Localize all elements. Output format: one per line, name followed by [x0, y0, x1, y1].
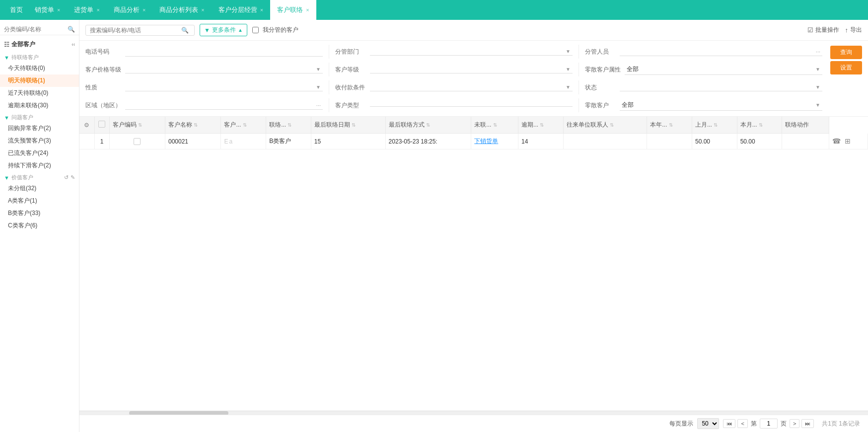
select-all-checkbox[interactable] [98, 121, 105, 128]
col-not-contacted-header[interactable]: 未联... ⇅ [471, 117, 518, 134]
export-btn[interactable]: ↑ 导出 [845, 26, 863, 34]
close-icon-customer-tier[interactable]: × [260, 7, 263, 13]
chevron-down-level: ▼ [566, 67, 571, 72]
nav-item-sales[interactable]: 销货单 × [28, 0, 67, 20]
triangle-icon-problem: ▼ [4, 115, 9, 121]
scrollbar-bottom[interactable] [79, 411, 868, 415]
sort-icon-method: ⇅ [426, 122, 430, 128]
col-overdue-header[interactable]: 逾期... ⇅ [518, 117, 564, 134]
col-last-month-header[interactable]: 上月... ⇅ [692, 117, 737, 134]
more-conditions-btn[interactable]: ▼ 更多条件 ▲ [200, 24, 247, 36]
sidebar-item-overdue[interactable]: 逾期未联络(30) [0, 99, 79, 112]
sidebar-all-customers[interactable]: ☷ 全部客户 ‹‹ [0, 37, 79, 52]
manager-input[interactable]: ··· [620, 48, 822, 56]
col-last-date-header[interactable]: 最后联络日期 ⇅ [311, 117, 385, 134]
area-input[interactable]: ··· [125, 101, 323, 110]
collapse-icon: ‹‹ [72, 42, 75, 47]
close-icon-sales[interactable]: × [57, 7, 60, 13]
close-icon-analysis[interactable]: × [143, 7, 145, 13]
col-code-header[interactable]: 客户编码 ⇅ [109, 117, 165, 134]
sidebar-item-churned[interactable]: 已流失客户(24) [0, 147, 79, 159]
search-bar: 🔍 ▼ 更多条件 ▲ 我分管的客户 ☑ 批量操作 ↑ 导出 [79, 20, 868, 41]
last-page-btn[interactable]: ⏭ [801, 419, 814, 428]
close-icon-customer-contact[interactable]: × [306, 7, 309, 13]
close-icon-purchase[interactable]: × [96, 7, 99, 13]
first-page-btn[interactable]: ⏮ [723, 419, 735, 428]
sidebar-item-a-class[interactable]: A类客户(1) [0, 195, 79, 207]
refresh-icon-value[interactable]: ↺ [64, 174, 69, 181]
row-last-month: 50.00 [737, 134, 782, 149]
sidebar-section-problem: ▼ 问题客户 [0, 112, 79, 122]
customer-type-select[interactable] [370, 104, 573, 107]
col-last-method-header[interactable]: 最后联络方式 ⇅ [385, 117, 471, 134]
row-actions: ☎ ⊞ [829, 134, 868, 149]
col-this-month-header[interactable]: 本月... ⇅ [737, 117, 782, 134]
row-code: 000021 [165, 134, 220, 149]
col-contact-person-header[interactable]: 往来单位联系人 ⇅ [563, 117, 647, 134]
row-checkbox[interactable] [134, 138, 141, 145]
chevron-down-retail: ▼ [815, 102, 820, 108]
nav-item-analysis-list[interactable]: 商品分析列表 × [152, 0, 211, 20]
row-check[interactable] [109, 134, 165, 149]
table-row: 1 000021 Ea B类客户 [79, 134, 868, 149]
col-name-header[interactable]: 客户名称 ⇅ [165, 117, 220, 134]
chevron-up-icon: ▲ [238, 27, 243, 33]
sort-icon-code: ⇅ [138, 122, 142, 128]
payment-label: 收付款条件 [335, 83, 370, 92]
price-level-select[interactable]: ▼ [125, 66, 323, 73]
sidebar-item-7days[interactable]: 近7天待联络(0) [0, 87, 79, 99]
retail-attr-select[interactable]: 全部 ▼ [625, 64, 822, 75]
row-last-method[interactable]: 下销货单 [471, 134, 518, 149]
next-page-btn[interactable]: > [790, 419, 799, 428]
chevron-down-status: ▼ [815, 84, 820, 90]
edit-icon-value[interactable]: ✎ [71, 174, 75, 181]
sidebar-item-repurchase-abnormal[interactable]: 回购异常客户(2) [0, 122, 79, 135]
top-nav: 首页 销货单 × 进货单 × 商品分析 × 商品分析列表 × 客户分层经营 × … [0, 0, 868, 20]
payment-select[interactable]: ▼ [370, 83, 573, 91]
settings-button[interactable]: 设置 [830, 61, 862, 74]
nav-item-home[interactable]: 首页 [5, 0, 28, 20]
row-no: 1 [94, 134, 109, 149]
settings-col-icon[interactable]: ⚙ [84, 122, 89, 129]
query-button[interactable]: 查询 [830, 46, 862, 59]
col-this-year-header[interactable]: 本年... ⇅ [647, 117, 692, 134]
nav-item-analysis[interactable]: 商品分析 × [107, 0, 152, 20]
retail-customer-select[interactable]: 全部 ▼ [620, 100, 822, 111]
col-action-header: 联络动作 [782, 117, 829, 134]
my-customers-checkbox[interactable] [252, 27, 259, 33]
customer-level-select[interactable]: ▼ [370, 66, 573, 73]
triangle-icon-value: ▼ [4, 175, 9, 181]
search-input[interactable] [90, 27, 179, 34]
sidebar: 🔍 ☷ 全部客户 ‹‹ ▼ 待联络客户 今天待联络(0) 明天待联络(1) 近7… [0, 20, 79, 432]
gender-select[interactable]: ▼ [125, 83, 323, 91]
prev-page-btn[interactable]: < [737, 419, 747, 428]
row-type: B类客户 [266, 134, 311, 149]
sidebar-item-today[interactable]: 今天待联络(0) [0, 62, 79, 74]
phone-input[interactable] [125, 47, 323, 57]
sidebar-item-declining[interactable]: 持续下滑客户(2) [0, 159, 79, 172]
search-icon[interactable]: 🔍 [181, 27, 189, 34]
nav-item-customer-tier[interactable]: 客户分层经营 × [212, 0, 270, 20]
sidebar-search-input[interactable] [4, 26, 68, 33]
status-select[interactable]: ▼ [620, 83, 822, 91]
nav-item-customer-contact[interactable]: 客户联络 × [270, 0, 316, 20]
my-customers-check[interactable]: 我分管的客户 [252, 26, 298, 34]
sidebar-search-icon[interactable]: 🔍 [68, 26, 75, 33]
col-type-header[interactable]: 客户... ⇅ [221, 117, 266, 134]
col-contact-header[interactable]: 联络... ⇅ [266, 117, 311, 134]
sidebar-item-tomorrow[interactable]: 明天待联络(1) [0, 74, 79, 87]
sidebar-item-ungrouped[interactable]: 未分组(32) [0, 182, 79, 195]
sidebar-section-value: ▼ 价值客户 ↺ ✎ [0, 172, 79, 182]
action-phone-icon[interactable]: ☎ [832, 137, 841, 145]
action-grid-icon[interactable]: ⊞ [845, 137, 851, 145]
close-icon-analysis-list[interactable]: × [201, 7, 204, 13]
dept-select[interactable]: ▼ [370, 48, 573, 56]
nav-item-purchase[interactable]: 进货单 × [67, 0, 106, 20]
sidebar-item-churn-warning[interactable]: 流失预警客户(3) [0, 135, 79, 147]
page-size-select[interactable]: 50 [697, 418, 719, 429]
sidebar-item-b-class[interactable]: B类客户(33) [0, 207, 79, 219]
page-input[interactable] [760, 419, 778, 429]
batch-operation-btn[interactable]: ☑ 批量操作 [807, 26, 839, 34]
more-icon-area: ··· [316, 102, 321, 108]
sidebar-item-c-class[interactable]: C类客户(6) [0, 219, 79, 232]
